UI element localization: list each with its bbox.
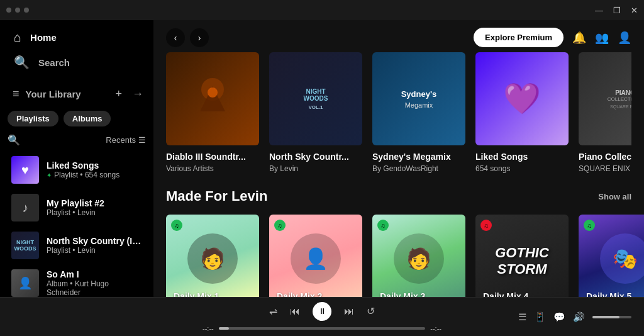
north-sky-top-artist: By Levin [269,164,362,173]
north-sky-art: NIGHT WOODS VOL.1 [269,52,362,145]
mix-2-art: 👤 ♫ Daily Mix 2 [269,215,362,297]
mix-5-badge: ♫ [584,220,595,231]
progress-track[interactable] [219,327,426,330]
spotify-icon-mix5: ♫ [587,222,592,229]
shuffle-button[interactable]: ⇌ [269,305,277,317]
person-icon: 👤 [18,276,32,290]
main-layout: ⌂ Home 🔍 Search ≡ Your Library + → Playl… [0,20,644,297]
player-center: ⇌ ⏮ ⏸ ⏭ ↺ --:-- --:-- [126,302,518,332]
library-icon: ≡ [13,87,19,101]
library-item-north-sky[interactable]: NIGHTWOODS North Sky Country (In-Game) P… [3,227,151,264]
notifications-button[interactable]: 🔔 [572,31,586,45]
album-card-north-sky[interactable]: NIGHT WOODS VOL.1 North Sky Countr... By… [269,52,362,173]
recents-label[interactable]: Recents ☰ [106,135,146,145]
playlist-2-info: My Playlist #2 Playlist • Levin [47,198,142,217]
player: ⇌ ⏮ ⏸ ⏭ ↺ --:-- --:-- ☰ 📱 💬 🔊 [0,297,644,336]
player-right: ☰ 📱 💬 🔊 [518,311,631,323]
minimize-button[interactable]: — [595,6,603,15]
library-title-container[interactable]: ≡ Your Library [13,87,81,101]
mix-1-art: 🧑 ♫ Daily Mix 1 [166,215,259,297]
diablo-art [166,52,259,145]
north-sky-top-name: North Sky Countr... [269,152,362,162]
time-total: --:-- [430,325,441,332]
spotify-icon-mix3: ♫ [380,222,386,229]
library-search-button[interactable]: 🔍 [8,134,20,146]
next-button[interactable]: ⏭ [344,306,354,317]
filter-albums-button[interactable]: Albums [64,111,111,126]
friends-button[interactable]: 👥 [595,31,609,45]
liked-card-name: Liked Songs [475,152,569,162]
so-am-i-thumb: 👤 [11,269,39,297]
playlist-2-name: My Playlist #2 [47,198,142,208]
content-header: ‹ › Explore Premium 🔔 👥 👤 [153,20,644,52]
queue-button[interactable]: ☰ [518,311,526,323]
close-button[interactable]: ✕ [631,6,638,15]
play-pause-button[interactable]: ⏸ [313,302,331,321]
so-am-i-sub: Album • Kurt Hugo Schneider [47,279,142,297]
lyrics-button[interactable]: 💬 [553,311,565,323]
forward-button[interactable]: › [190,28,209,47]
mix-2-label: Daily Mix 2 [277,291,322,297]
album-card-piano[interactable]: PIANO COLLECTIONS SQUARE ENIX Piano Coll… [579,52,631,173]
library-item-so-am-i[interactable]: 👤 So Am I Album • Kurt Hugo Schneider [3,264,151,297]
album-card-diablo[interactable]: Diablo III Soundtr... Various Artists [166,52,259,173]
so-am-i-info: So Am I Album • Kurt Hugo Schneider [47,269,142,297]
mix-card-3[interactable]: 🧑 ♫ Daily Mix 3 Daily Mix 3 Darren Ang, … [372,215,465,297]
diablo-artist: Various Artists [166,164,259,173]
sidebar-item-home[interactable]: ⌂ Home [8,25,146,50]
sidebar-nav: ⌂ Home 🔍 Search [0,20,153,80]
made-for-section-header: Made For Levin Show all [166,188,631,204]
spotify-icon-mix4: ♫ [484,222,489,229]
sydney-name: Sydney's Megamix [372,152,465,162]
search-nav-icon: 🔍 [14,55,30,70]
sidebar-item-search[interactable]: 🔍 Search [8,50,146,75]
music-note-icon: ♪ [22,201,28,215]
recents-sort-icon: ☰ [138,135,146,145]
mix-4-art: GOTHICSTORM ♫ Daily Mix 4 [475,215,569,297]
playlist-2-sub: Playlist • Levin [47,208,142,217]
volume-button[interactable]: 🔊 [573,311,585,323]
mix-3-label: Daily Mix 3 [380,291,425,297]
filter-playlists-button[interactable]: Playlists [8,111,58,126]
mix-card-2[interactable]: 👤 ♫ Daily Mix 2 Daily Mix 2 ROZEN, Nobuo… [269,215,362,297]
volume-fill [592,316,619,318]
sydney-art: Sydney's Megamix [372,52,465,145]
devices-button[interactable]: 📱 [534,311,546,323]
piano-name: Piano Collections... [579,152,631,162]
filter-row: Playlists Albums [0,106,153,132]
restore-button[interactable]: ❐ [613,6,621,15]
green-dot-icon: ✦ [47,172,52,179]
profile-button[interactable]: 👤 [618,31,631,45]
album-card-liked[interactable]: 💜 Liked Songs 654 songs [475,52,569,173]
progress-bar: --:-- --:-- [203,325,441,332]
mix-card-4[interactable]: GOTHICSTORM ♫ Daily Mix 4 Daily Mix 4 Go… [475,215,569,297]
explore-premium-button[interactable]: Explore Premium [474,28,564,47]
north-sky-sub: Playlist • Levin [47,246,142,255]
show-all-button[interactable]: Show all [598,192,631,201]
mix-4-label: Daily Mix 4 [483,291,528,297]
made-for-title: Made For Levin [166,188,267,204]
library-item-liked-songs[interactable]: ♥ Liked Songs ✦ Playlist • 654 songs [3,151,151,189]
mix-5-art: 🎭 ♫ Daily Mix 5 [579,215,644,297]
expand-library-button[interactable]: → [130,85,146,103]
previous-button[interactable]: ⏮ [290,306,300,317]
volume-bar[interactable] [592,316,631,318]
album-card-sydney[interactable]: Sydney's Megamix Sydney's Megamix By Gen… [372,52,465,173]
heart-icon: ♥ [21,163,29,177]
mix-card-1[interactable]: 🧑 ♫ Daily Mix 1 Daily Mix 1 Josh Whelche… [166,215,259,297]
gothic-storm-text: GOTHICSTORM [490,240,554,283]
repeat-button[interactable]: ↺ [367,305,375,317]
add-library-button[interactable]: + [113,85,125,103]
liked-card-artist: 654 songs [475,164,569,173]
library-actions: + → [113,85,146,103]
library-item-playlist-2[interactable]: ♪ My Playlist #2 Playlist • Levin [3,189,151,227]
mix-card-5[interactable]: 🎭 ♫ Daily Mix 5 Daily Mix 5 Darren Korb,… [579,215,644,297]
playlist-2-thumb: ♪ [11,194,39,221]
mixes-row: 🧑 ♫ Daily Mix 1 Daily Mix 1 Josh Whelche… [166,215,631,297]
diablo-name: Diablo III Soundtr... [166,152,259,162]
liked-songs-name: Liked Songs [47,160,142,171]
so-am-i-name: So Am I [47,269,142,279]
back-button[interactable]: ‹ [166,28,185,47]
mix-1-label: Daily Mix 1 [174,291,219,297]
time-current: --:-- [203,325,214,332]
